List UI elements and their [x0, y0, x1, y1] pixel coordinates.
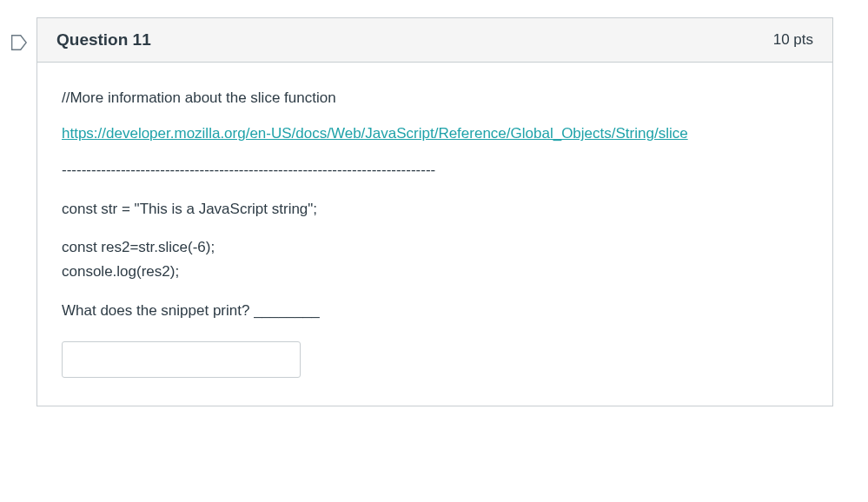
code-block-1: const str = "This is a JavaScript string…	[62, 198, 808, 221]
code-block-2: const res2=str.slice(-6); console.log(re…	[62, 236, 808, 284]
reference-link-block: https://developer.mozilla.org/en-US/docs…	[62, 122, 808, 147]
bookmark-icon[interactable]	[9, 33, 28, 56]
question-prompt: What does the snippet print? ________	[62, 300, 808, 322]
code-line: const res2=str.slice(-6);	[62, 236, 808, 259]
answer-input[interactable]	[62, 341, 301, 378]
question-points: 10 pts	[773, 31, 813, 49]
question-title: Question 11	[56, 30, 151, 50]
question-card: Question 11 10 pts //More information ab…	[36, 17, 833, 406]
divider-line: ----------------------------------------…	[62, 159, 808, 182]
question-body: //More information about the slice funct…	[37, 63, 832, 406]
question-comment: //More information about the slice funct…	[62, 87, 808, 109]
code-line: const str = "This is a JavaScript string…	[62, 198, 808, 221]
question-wrapper: Question 11 10 pts //More information ab…	[9, 17, 833, 406]
code-line: console.log(res2);	[62, 261, 808, 283]
reference-link[interactable]: https://developer.mozilla.org/en-US/docs…	[62, 125, 688, 142]
question-header: Question 11 10 pts	[37, 18, 832, 63]
